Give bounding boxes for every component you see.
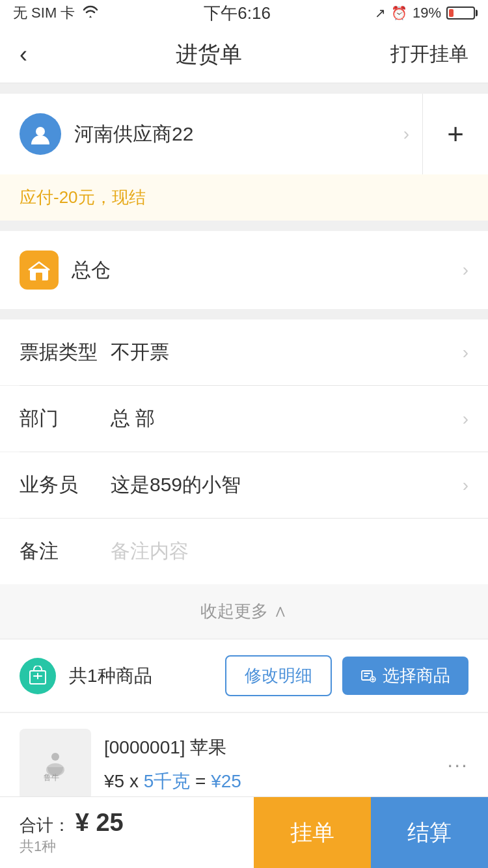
divider-2 [0,221,488,231]
supplier-notice: 应付-20元，现结 [0,174,488,221]
supplier-name: 河南供应商22 [74,121,397,148]
invoice-chevron-icon: › [463,342,468,363]
status-bar: 无 SIM 卡 下午6:16 ↗ ⏰ 19% [0,0,488,26]
wifi-icon [81,4,100,22]
products-header: 共1种商品 修改明细 选择商品 [0,640,488,712]
department-row[interactable]: 部门 总 部 › [0,386,488,452]
collapse-bar[interactable]: 收起更多 ∧ [0,584,488,638]
supplier-avatar [20,113,61,155]
remark-input[interactable]: 备注内容 [111,538,468,565]
collapse-label: 收起更多 ∧ [200,600,287,623]
salesperson-label: 业务员 [20,472,111,498]
carrier-text: 无 SIM 卡 [13,3,75,23]
divider-1 [0,83,488,94]
remark-label: 备注 [20,538,111,565]
status-time: 下午6:16 [204,2,271,25]
add-supplier-button[interactable]: + [423,118,488,150]
hold-order-button[interactable]: 挂单 [254,797,371,869]
supplier-section: 河南供应商22 › + [0,94,488,174]
checkout-button[interactable]: 结算 [371,797,488,869]
battery-percent: 19% [413,5,441,21]
products-icon [20,658,56,694]
total-row: 合计： ¥ 25 [20,809,234,837]
salesperson-chevron-icon: › [463,475,468,496]
multiply-sign: x [129,771,144,791]
warehouse-chevron-icon: › [463,260,468,280]
remark-row[interactable]: 备注 备注内容 [0,519,488,584]
total-section: 合计： ¥ 25 共1种 [0,809,254,856]
warehouse-selector[interactable]: 总仓 › [0,231,488,309]
unit-price: ¥5 [104,771,124,791]
total-count: 共1种 [20,837,234,856]
nav-bar: ‹ 进货单 打开挂单 [0,26,488,83]
products-count: 共1种商品 [69,664,225,688]
product-thumbnail: 鲁牛 [20,729,91,800]
invoice-type-label: 票据类型 [20,339,111,366]
back-button[interactable]: ‹ [20,41,27,68]
page-title: 进货单 [176,40,242,70]
salesperson-value: 这是859的小智 [111,472,456,498]
bottom-bar: 合计： ¥ 25 共1种 挂单 结算 [0,796,488,868]
status-right: ↗ ⏰ 19% [375,5,475,21]
line-total: ¥25 [211,771,241,791]
product-price: ¥5 x 5千克 = ¥25 [104,769,434,794]
department-value: 总 部 [111,405,456,432]
svg-rect-2 [36,273,42,280]
divider-3 [0,309,488,319]
salesperson-row[interactable]: 业务员 这是859的小智 › [0,452,488,518]
product-name: [0000001] 苹果 [104,735,434,760]
warehouse-icon [20,251,59,290]
supplier-selector[interactable]: 河南供应商22 › [0,94,423,174]
location-icon: ↗ [375,5,386,21]
select-product-label: 选择商品 [383,664,450,687]
product-more-button[interactable]: ··· [447,753,468,777]
product-info: [0000001] 苹果 ¥5 x 5千克 = ¥25 [104,735,434,794]
svg-text:鲁牛: 鲁牛 [44,773,59,782]
alarm-icon: ⏰ [391,5,407,21]
quantity: 5千克 [144,771,191,791]
svg-point-6 [51,753,59,761]
open-hold-button[interactable]: 打开挂单 [390,41,468,68]
total-label: 合计： [20,815,70,835]
department-chevron-icon: › [463,409,468,429]
content-area: 河南供应商22 › + 应付-20元，现结 总仓 › 票据类型 不开票 › 部门… [0,83,488,868]
modify-detail-button[interactable]: 修改明细 [225,655,332,696]
department-label: 部门 [20,405,111,432]
equals-sign: = [195,771,211,791]
total-amount: ¥ 25 [75,809,124,836]
warehouse-name: 总仓 [72,257,456,284]
svg-point-0 [36,127,45,136]
invoice-type-value: 不开票 [111,339,456,366]
supplier-chevron-icon: › [403,124,409,144]
status-left: 无 SIM 卡 [13,3,100,23]
invoice-type-row[interactable]: 票据类型 不开票 › [0,319,488,385]
select-product-button[interactable]: 选择商品 [342,657,468,695]
battery-icon [446,7,475,20]
